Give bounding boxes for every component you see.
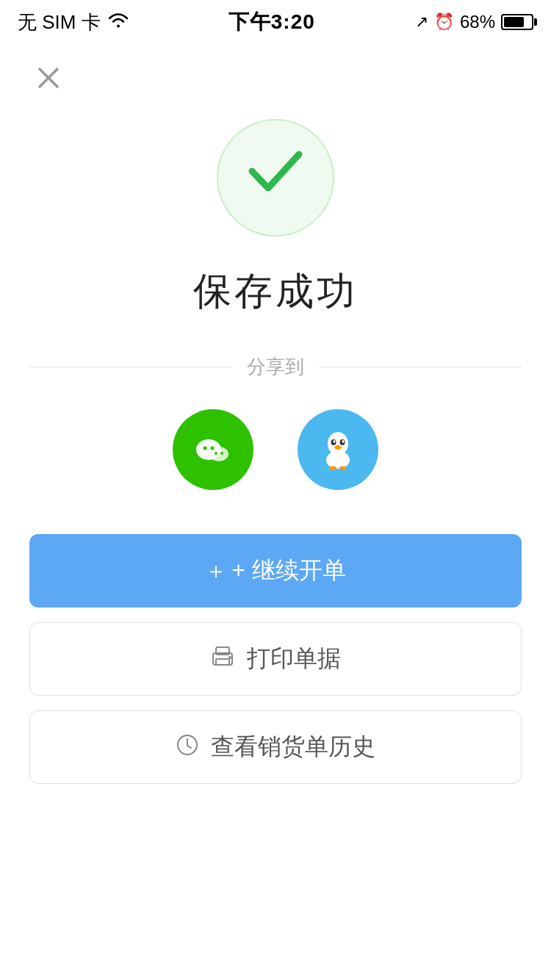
- share-qq-button[interactable]: [298, 409, 378, 490]
- share-icons-row: [173, 409, 378, 490]
- success-title: 保存成功: [193, 266, 358, 317]
- share-label: 分享到: [232, 354, 319, 380]
- close-area: [0, 44, 551, 97]
- close-button[interactable]: [29, 59, 68, 97]
- print-button[interactable]: 打印单据: [29, 622, 522, 696]
- status-time: 下午3:20: [228, 8, 315, 36]
- svg-point-4: [204, 447, 207, 450]
- svg-point-12: [334, 440, 336, 443]
- battery-icon: [501, 14, 533, 30]
- svg-point-15: [329, 466, 336, 470]
- svg-rect-19: [216, 659, 229, 665]
- history-label: 查看销货单历史: [211, 731, 375, 763]
- wifi-icon: [108, 12, 129, 32]
- alarm-icon: ⏰: [434, 12, 454, 32]
- svg-point-20: [228, 656, 231, 659]
- divider-line-left: [29, 367, 232, 367]
- svg-point-13: [342, 440, 345, 443]
- print-label: 打印单据: [247, 643, 341, 675]
- battery-percent: 68%: [460, 12, 495, 32]
- action-buttons: ＋ + 继续开单 打印单据 查看销货单历: [29, 534, 522, 828]
- svg-point-16: [339, 466, 347, 470]
- svg-point-9: [326, 451, 350, 469]
- divider-line-right: [319, 367, 522, 367]
- svg-point-6: [215, 452, 217, 455]
- share-divider: 分享到: [29, 354, 522, 380]
- location-icon: ↗: [415, 12, 428, 32]
- status-left: 无 SIM 卡: [18, 10, 129, 35]
- checkmark-icon: [246, 145, 305, 206]
- svg-point-14: [334, 445, 342, 450]
- history-icon: [176, 733, 199, 762]
- continue-button[interactable]: ＋ + 继续开单: [29, 534, 522, 608]
- main-content: 保存成功 分享到: [0, 97, 551, 828]
- status-bar: 无 SIM 卡 下午3:20 ↗ ⏰ 68%: [0, 0, 551, 44]
- svg-point-5: [211, 447, 215, 450]
- print-icon: [210, 646, 235, 673]
- share-wechat-button[interactable]: [173, 409, 253, 490]
- plus-icon: ＋: [205, 556, 227, 586]
- sim-label: 无 SIM 卡: [18, 10, 101, 35]
- status-right: ↗ ⏰ 68%: [415, 12, 533, 32]
- svg-point-7: [220, 452, 223, 455]
- continue-label: + 继续开单: [231, 555, 346, 587]
- success-icon-circle: [217, 119, 334, 237]
- history-button[interactable]: 查看销货单历史: [29, 710, 522, 784]
